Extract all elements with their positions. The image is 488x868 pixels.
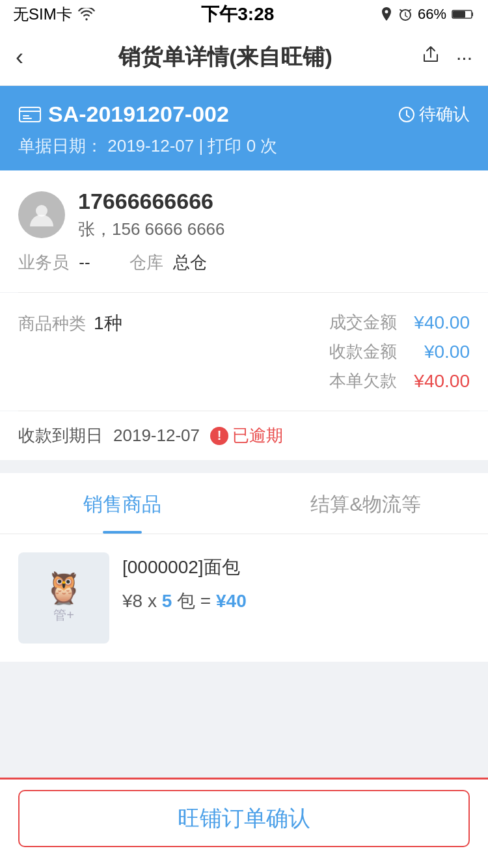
status-time: 下午3:28 [201, 2, 274, 27]
payment-amount-row: 收款金额 ¥0.00 [306, 340, 470, 363]
location-icon [380, 7, 393, 22]
product-item: 🦉 管+ [0000002]面包 ¥8 x 5 包 = ¥40 [18, 552, 470, 644]
tab-sales-products[interactable]: 销售商品 [0, 473, 244, 534]
overdue-alert-icon: ! [210, 427, 228, 445]
warehouse-value: 总仓 [173, 252, 207, 272]
tabs-bar: 销售商品 结算&物流等 [0, 473, 488, 534]
customer-info: 17666666666 张，156 6666 6666 [78, 189, 470, 241]
sales-label: 业务员 [18, 252, 69, 272]
order-id: SA-20191207-002 [18, 102, 229, 127]
battery-text: 66% [418, 6, 446, 23]
deal-amount-row: 成交金额 ¥40.00 [306, 311, 470, 334]
debt-amount-value: ¥40.00 [405, 371, 470, 392]
user-avatar-icon [27, 200, 56, 229]
product-price: ¥8 x 5 包 = ¥40 [122, 589, 470, 614]
customer-meta: 业务员 -- 仓库 总仓 [18, 251, 470, 274]
status-right-group: 66% [380, 6, 475, 23]
order-status: 待确认 [398, 103, 470, 126]
warehouse: 仓库 总仓 [129, 251, 207, 274]
customer-phone: 17666666666 [78, 189, 470, 214]
order-header-banner: SA-20191207-002 待确认 单据日期： 2019-12-07 | 打… [0, 86, 488, 170]
nav-actions: ··· [421, 45, 472, 69]
due-date-value: 2019-12-07 [113, 426, 200, 446]
debt-amount-row: 本单欠款 ¥40.00 [306, 370, 470, 392]
battery-icon [452, 8, 475, 20]
carrier-text: 无SIM卡 [13, 4, 72, 25]
overdue-badge: ! 已逾期 [210, 424, 283, 447]
alarm-icon [398, 7, 413, 22]
customer-name: 张，156 6666 6666 [78, 218, 470, 241]
avatar [18, 191, 65, 238]
brand-logo: 🦉 [44, 573, 83, 604]
warehouse-label: 仓库 [129, 252, 163, 272]
order-icon [18, 105, 42, 124]
share-icon[interactable] [421, 45, 441, 69]
product-thumbnail: 🦉 管+ [18, 552, 109, 644]
section-divider-3 [0, 460, 488, 473]
debt-amount-label: 本单欠款 [306, 370, 397, 392]
overdue-text: 已逾期 [232, 424, 283, 447]
status-bar: 无SIM卡 下午3:28 66% [0, 0, 488, 29]
summary-left: 商品种类 1种 [18, 311, 122, 336]
payment-amount-label: 收款金额 [306, 340, 397, 363]
page-title: 销货单详情(来自旺铺) [30, 42, 421, 72]
status-carrier: 无SIM卡 [13, 4, 96, 25]
customer-section: 17666666666 张，156 6666 6666 业务员 -- 仓库 总仓 [0, 170, 488, 292]
svg-rect-3 [20, 107, 40, 122]
confirm-order-button[interactable]: 旺铺订单确认 [18, 790, 470, 847]
product-kind: 商品种类 1种 [18, 311, 122, 336]
nav-bar: ‹ 销货单详情(来自旺铺) ··· [0, 29, 488, 86]
svg-rect-2 [453, 11, 465, 18]
sales-value: -- [79, 252, 90, 272]
order-date-info: 单据日期： 2019-12-07 | 打印 0 次 [18, 135, 470, 157]
back-button[interactable]: ‹ [9, 37, 30, 77]
payment-amount-value: ¥0.00 [405, 342, 470, 362]
summary-amounts: 成交金额 ¥40.00 收款金额 ¥0.00 本单欠款 ¥40.00 [306, 311, 470, 392]
deal-amount-label: 成交金额 [306, 311, 397, 334]
more-icon[interactable]: ··· [456, 46, 472, 68]
tab-settlement-logistics[interactable]: 结算&物流等 [244, 473, 488, 534]
clock-icon [398, 106, 415, 123]
summary-section: 商品种类 1种 成交金额 ¥40.00 收款金额 ¥0.00 本单欠款 ¥40.… [0, 293, 488, 411]
product-name: [0000002]面包 [122, 555, 470, 580]
due-date-label: 收款到期日 [18, 424, 103, 447]
sales-person: 业务员 -- [18, 251, 90, 274]
product-details: [0000002]面包 ¥8 x 5 包 = ¥40 [122, 552, 470, 614]
wifi-icon [77, 8, 96, 21]
due-date-section: 收款到期日 2019-12-07 ! 已逾期 [0, 411, 488, 460]
deal-amount-value: ¥40.00 [405, 312, 470, 333]
bottom-action-bar: 旺铺订单确认 [0, 778, 488, 868]
product-section: 🦉 管+ [0000002]面包 ¥8 x 5 包 = ¥40 [0, 534, 488, 662]
brand-plus: 管+ [53, 606, 74, 624]
